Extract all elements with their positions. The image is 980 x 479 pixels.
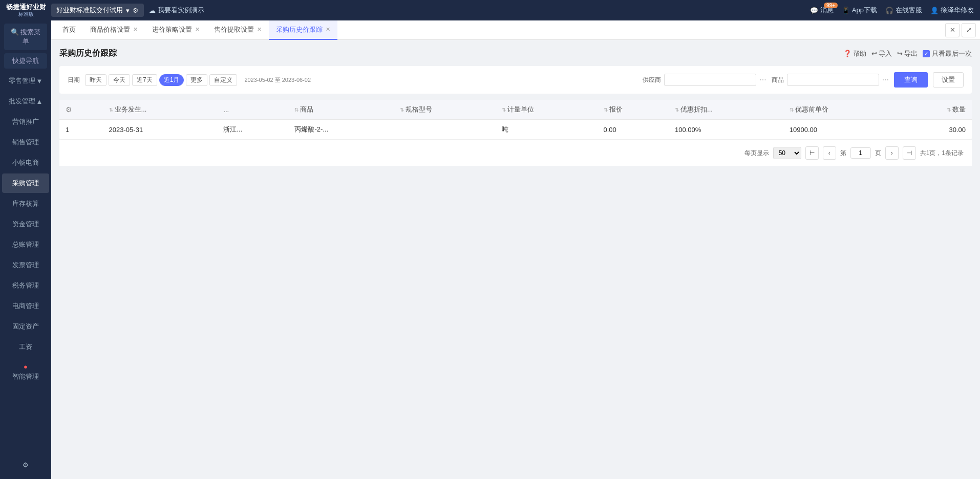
app-download-btn[interactable]: 📱 App下载 (842, 6, 877, 15)
demo-link-text: 我要看实例演示 (158, 6, 204, 15)
sidebar-item-tax[interactable]: 税务管理 (2, 276, 49, 295)
query-button[interactable]: 查询 (894, 72, 928, 88)
page-prev-btn[interactable]: ‹ (823, 146, 836, 160)
td-product: 丙烯酸-2-... (288, 120, 393, 140)
tab-price[interactable]: 商品价格设置 ✕ (83, 20, 145, 40)
sort-spec-icon[interactable]: ⇅ (400, 107, 404, 113)
td-index: 1 (59, 120, 103, 140)
sidebar-search[interactable]: 🔍 搜索菜单 (4, 24, 47, 50)
messages-btn[interactable]: 💬 消息 99+ (810, 6, 834, 15)
app-download-label: App下载 (852, 6, 877, 15)
page-first-btn[interactable]: ⊢ (805, 146, 819, 160)
tab-price-close-icon[interactable]: ✕ (133, 26, 138, 33)
sidebar-item-ecommerce[interactable]: 小畅电商 (2, 153, 49, 172)
tab-home[interactable]: 首页 (55, 20, 83, 40)
product-dots-icon[interactable]: ··· (882, 75, 889, 84)
page-unit: 页 (875, 149, 881, 158)
user-name: 徐泽华修改 (941, 6, 974, 15)
tab-sale-price-close-icon[interactable]: ✕ (257, 26, 262, 33)
tab-sale-price[interactable]: 售价提取设置 ✕ (207, 20, 269, 40)
td-supplier: 浙江... (217, 120, 288, 140)
sort-discount-icon[interactable]: ⇅ (675, 107, 679, 113)
page-next-btn[interactable]: › (885, 146, 899, 160)
import-link[interactable]: ↩ 导入 (871, 49, 892, 58)
settings-icon[interactable]: ⚙ (133, 7, 139, 14)
td-unit: 吨 (496, 120, 598, 140)
supplier-filter-input[interactable] (664, 74, 756, 86)
date-btn-7days[interactable]: 近7天 (132, 74, 157, 86)
sort-unit-icon[interactable]: ⇅ (502, 107, 506, 113)
sidebar-search-label: 搜索菜单 (20, 28, 40, 45)
tab-history-price-close-icon[interactable]: ✕ (326, 26, 330, 33)
sort-asc-icon[interactable]: ⇅ (109, 107, 113, 113)
th-dots: ... (217, 100, 288, 120)
page-size-select[interactable]: 50 10 20 100 (773, 147, 801, 159)
th-spec: ⇅ 规格型号 (394, 100, 496, 120)
page-input[interactable] (850, 147, 871, 159)
product-filter-input[interactable] (787, 74, 879, 86)
sidebar-quick-nav[interactable]: 快捷导航 (4, 53, 47, 69)
product-selector[interactable]: 好业财标准版交付试用 ▾ ⚙ (51, 4, 144, 17)
date-btn-1month[interactable]: 近1月 (159, 74, 184, 86)
smart-dot-icon: ● (24, 363, 28, 371)
page-title: 采购历史价跟踪 (59, 48, 117, 59)
sidebar-item-accounting[interactable]: 总账管理 (2, 235, 49, 254)
sidebar-item-ecom-mgmt[interactable]: 电商管理 (2, 296, 49, 316)
sidebar-item-invoice[interactable]: 发票管理 (2, 255, 49, 275)
tab-history-price[interactable]: 采购历史价跟踪 ✕ (269, 20, 337, 40)
date-btn-yesterday[interactable]: 昨天 (85, 74, 106, 86)
date-btn-custom[interactable]: 自定义 (209, 74, 237, 86)
tab-sale-price-label: 售价提取设置 (214, 25, 254, 34)
dropdown-arrow-icon: ▾ (126, 7, 130, 14)
sidebar-item-inventory[interactable]: 库存核算 (2, 194, 49, 213)
sidebar-item-wholesale[interactable]: 批发管理 ▲ (2, 92, 49, 111)
sort-product-icon[interactable]: ⇅ (294, 107, 299, 113)
date-btn-more[interactable]: 更多 (186, 74, 207, 86)
sidebar-settings-btn[interactable]: ⚙ (0, 456, 51, 474)
only-last-checkbox[interactable]: ✓ 只看最后一次 (923, 49, 972, 58)
message-icon: 💬 (810, 7, 818, 14)
help-link[interactable]: ❓ 帮助 (843, 49, 866, 58)
sidebar-item-label: 固定资产 (12, 322, 39, 331)
th-dots-sortable: ... (223, 106, 282, 114)
sidebar-item-sales[interactable]: 销售管理 (2, 133, 49, 152)
demo-link[interactable]: ☁ 我要看实例演示 (149, 6, 204, 15)
sidebar-item-label: 资金管理 (12, 220, 39, 229)
page-last-btn[interactable]: ⊣ (903, 146, 916, 160)
page-actions: ❓ 帮助 ↩ 导入 ↪ 导出 ✓ 只看最后一次 (843, 49, 972, 58)
tab-purchase-strategy[interactable]: 进价策略设置 ✕ (145, 20, 207, 40)
sidebar-item-salary[interactable]: 工资 (2, 337, 49, 357)
sidebar-item-retail[interactable]: 零售管理 ▼ (2, 71, 49, 91)
td-pre-discount-price: 10900.00 (783, 120, 901, 140)
tabs-expand-btn[interactable]: ⤢ (962, 23, 976, 37)
page-label: 第 (840, 149, 846, 158)
th-gear: ⚙ (59, 100, 103, 120)
sidebar-item-marketing[interactable]: 营销推广 (2, 112, 49, 132)
sidebar-item-smart[interactable]: ● 智能管理 (2, 358, 49, 386)
product-name: 好业财标准版交付试用 (56, 6, 123, 15)
table-header-row: ⚙ ⇅ 业务发生... ... (59, 100, 972, 120)
tabs-close-btn[interactable]: ✕ (945, 23, 960, 37)
main-layout: 🔍 搜索菜单 快捷导航 零售管理 ▼ 批发管理 ▲ 营销推广 销售管理 小畅电商 (0, 20, 980, 479)
headset-icon: 🎧 (885, 7, 893, 14)
sidebar-item-finance[interactable]: 资金管理 (2, 214, 49, 234)
tab-purchase-strategy-close-icon[interactable]: ✕ (195, 26, 200, 33)
sidebar-item-label: 零售管理 (9, 76, 35, 85)
import-icon: ↩ (871, 50, 877, 57)
date-buttons: 昨天 今天 近7天 近1月 更多 自定义 (85, 74, 237, 86)
help-icon: ❓ (843, 50, 851, 57)
supplier-dots-icon[interactable]: ··· (759, 75, 766, 84)
sort-quantity-icon[interactable]: ⇅ (947, 107, 951, 113)
date-btn-today[interactable]: 今天 (109, 74, 130, 86)
sort-quoted-price-icon[interactable]: ⇅ (604, 107, 608, 113)
online-service-btn[interactable]: 🎧 在线客服 (885, 6, 922, 15)
user-btn[interactable]: 👤 徐泽华修改 (930, 6, 974, 15)
table-gear-icon[interactable]: ⚙ (66, 105, 72, 114)
export-link[interactable]: ↪ 导出 (897, 49, 918, 58)
sidebar-item-purchase[interactable]: 采购管理 (2, 173, 49, 193)
date-filter-label: 日期 (68, 76, 80, 84)
sort-pre-discount-icon[interactable]: ⇅ (790, 107, 794, 113)
sidebar-item-label: 发票管理 (12, 260, 39, 270)
filter-settings-button[interactable]: 设置 (933, 72, 964, 88)
sidebar-item-fixed-assets[interactable]: 固定资产 (2, 317, 49, 336)
